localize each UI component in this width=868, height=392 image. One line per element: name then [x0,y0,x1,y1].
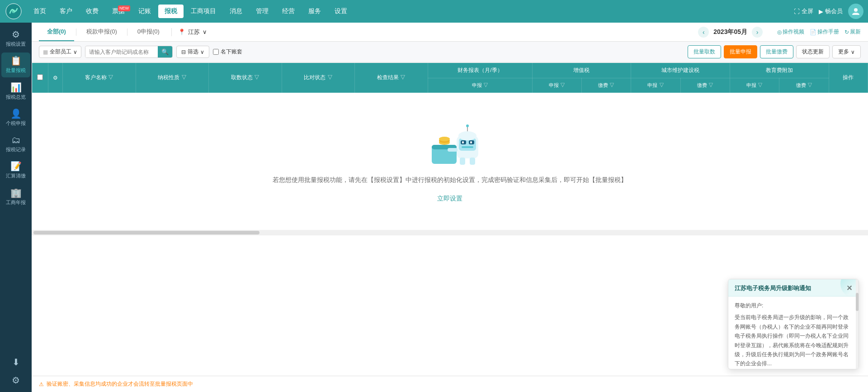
dropdown-chevron-icon: ∨ [73,49,77,55]
th-education-surcharge: 教育费附加 [730,63,829,78]
sidebar-item-personal-tax[interactable]: 👤 个税申报 [1,105,30,130]
vip-button[interactable]: ▶ 畅会员 [819,7,843,15]
nav-invoice[interactable]: 票据 NEW [106,5,131,18]
notification-title: 江苏电子税务局升级影响通知 [735,284,811,292]
tab-divider-2 [127,29,127,36]
th-vat: 增值税 [532,63,631,78]
settings-icon: ⚙ [12,376,20,385]
sidebar-item-tax-records[interactable]: 🗂 报税记录 [1,132,30,156]
notification-body: 尊敬的用户: 受当前电子税务局进一步升级的影响，同一个政务网账号（办税人）名下的… [728,296,859,369]
th-gear: ⚙ [48,63,63,93]
sidebar-item-annual-settlement[interactable]: 📝 汇算清缴 [1,158,30,182]
th-edu-declare: 申报 ▽ [730,78,779,93]
personal-tax-icon: 👤 [10,109,22,118]
tab-tax-declare[interactable]: 税款申报(0) [78,23,125,41]
svg-point-15 [458,131,476,140]
svg-point-1 [12,10,15,13]
manual-icon: 📄 [810,29,816,35]
nav-bookkeeping[interactable]: 记账 [132,5,157,18]
nav-home[interactable]: 首页 [27,5,52,18]
current-date: 2023年05月 [713,28,747,36]
th-vat-pay: 缴费 ▽ [581,78,631,93]
select-all-checkbox[interactable] [37,74,43,80]
location-icon: 📍 [178,29,185,35]
svg-point-2 [854,8,858,12]
tax-records-icon: 🗂 [11,135,20,144]
download-icon: ⬇ [12,358,20,367]
nav-right-actions: ⛶ 全屏 ▶ 畅会员 [794,4,863,19]
notification-scroll-thumb[interactable] [856,293,859,311]
nav-business[interactable]: 工商项目 [184,5,222,18]
th-city-tax: 城市维护建设税 [631,63,730,78]
tab-bar: 全部(0) 税款申报(0) 0申报(0) 📍 江苏 ∨ ‹ 2023年05月 › [32,23,868,42]
scroll-thumb[interactable] [33,231,259,234]
employee-select[interactable]: ▦ 全部员工 ∨ [39,46,81,58]
date-navigator: ‹ 2023年05月 › [698,27,770,38]
sidebar-label-annual-settlement: 汇算清缴 [6,172,26,179]
svg-rect-18 [460,158,465,165]
batch-tax-icon: 📋 [10,56,22,65]
svg-rect-20 [448,148,458,152]
svg-rect-19 [470,158,475,165]
sidebar-item-download[interactable]: ⬇ [1,354,30,370]
nav-manage[interactable]: 管理 [250,5,275,18]
nav-customer[interactable]: 客户 [53,5,79,18]
tab-all[interactable]: 全部(0) [39,23,74,41]
tab-divider-1 [76,29,76,36]
tax-overview-icon: 📊 [10,83,22,92]
user-avatar[interactable] [848,4,863,19]
batch-declare-button[interactable]: 批量申报 [724,45,757,58]
nav-service[interactable]: 服务 [302,5,327,18]
th-operation: 操作 [829,63,868,93]
empty-message: 若您想使用批量报税功能，请先在【报税设置】中进行报税的初始化设置，完成密码验证和… [273,174,627,186]
th-financial-report: 财务报表（月/季） [428,63,533,78]
sidebar-item-tax-settings[interactable]: ⚙ 报税设置 [1,26,30,51]
prev-month-button[interactable]: ‹ [698,27,709,38]
nav-tax[interactable]: 报税 [158,5,184,18]
nav-items: 首页 客户 收费 票据 NEW 记账 报税 工商项目 消息 管理 经营 服务 设… [27,5,794,18]
empty-state: 若您想使用批量报税功能，请先在【报税设置】中进行报税的初始化设置，完成密码验证和… [32,93,868,230]
batch-pay-button[interactable]: 批量缴费 [760,45,793,58]
annual-report-icon: 🏢 [10,188,22,197]
video-icon: ◎ [777,29,782,35]
more-button[interactable]: 更多 ∨ [832,45,861,58]
filter-chevron-icon: ∨ [200,49,204,55]
setup-link[interactable]: 立即设置 [437,195,462,203]
refresh-link[interactable]: ↻ 展新 [844,28,861,36]
next-month-button[interactable]: › [752,27,763,38]
fullscreen-button[interactable]: ⛶ 全屏 [794,7,813,15]
app-logo[interactable] [5,2,23,20]
account-checkbox-label[interactable]: 名下账套 [213,48,242,56]
nav-billing[interactable]: 收费 [80,5,105,18]
status-update-button[interactable]: 状态更新 [796,45,830,58]
more-chevron-icon: ∨ [851,49,855,55]
sidebar-item-tax-overview[interactable]: 📊 报税总览 [1,79,30,104]
account-checkbox[interactable] [213,49,219,55]
operation-manual-link[interactable]: 📄 操作手册 [810,28,839,36]
horizontal-scrollbar[interactable] [32,230,868,235]
province-selector[interactable]: 📍 江苏 ∨ [171,28,213,36]
operation-video-link[interactable]: ◎ 操作视频 [777,28,804,36]
search-input[interactable] [85,47,158,57]
svg-rect-13 [470,141,472,143]
th-financial-declare: 申报 ▽ [428,78,533,93]
search-button[interactable]: 🔍 [158,46,172,57]
sidebar: ⚙ 报税设置 📋 批量报税 📊 报税总览 👤 个税申报 🗂 报税记录 📝 汇算清… [0,23,32,392]
th-tax-nature: 纳税性质 ▽ [136,63,209,93]
sidebar-item-batch-tax[interactable]: 📋 批量报税 [1,53,30,77]
sidebar-item-settings[interactable]: ⚙ [1,372,30,388]
nav-operation[interactable]: 经营 [276,5,301,18]
th-city-pay: 缴费 ▽ [680,78,730,93]
notification-scrollbar[interactable] [856,279,859,369]
chevron-down-icon: ∨ [203,29,207,35]
robot-illustration [423,120,477,165]
fullscreen-icon: ⛶ [794,8,800,15]
nav-message[interactable]: 消息 [223,5,249,18]
tab-zero-declare[interactable]: 0申报(0) [129,23,168,41]
filter-button[interactable]: ⊟ 筛选 ∨ [176,46,209,58]
batch-fetch-button[interactable]: 批量取数 [688,45,721,58]
filter-icon: ⊟ [181,49,186,55]
nav-settings[interactable]: 设置 [328,5,354,18]
th-city-declare: 申报 ▽ [631,78,680,93]
sidebar-item-annual-report[interactable]: 🏢 工商年报 [1,185,30,209]
